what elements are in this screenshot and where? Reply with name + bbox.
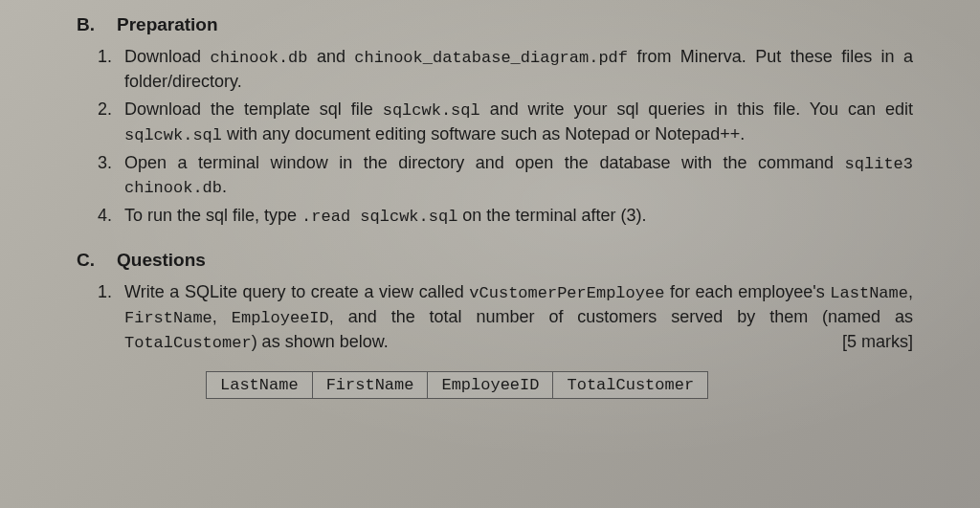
list-item: 1.Write a SQLite query to create a view … [98,280,913,354]
list-number: 1. [98,280,124,354]
list-item: 4.To run the sql file, type .read sqlcwk… [98,204,913,229]
body-text: Download the template sql file [124,99,383,119]
list-content: Download the template sql file sqlcwk.sq… [124,98,913,147]
list-content: Write a SQLite query to create a view ca… [124,280,913,354]
code-text: chinook_database_diagram.pdf [354,49,628,67]
section-b-header: B. Preparation [77,14,913,35]
body-text: for each employee's [664,282,830,301]
body-text: Open a terminal window in the directory … [124,153,845,172]
list-item: 1.Download chinook.db and chinook_databa… [98,45,913,94]
code-text: FirstName [124,309,212,327]
body-text: , [212,307,232,326]
list-number: 2. [98,98,124,147]
code-text: sqlcwk.sql [124,126,222,144]
body-text: Download [124,47,210,66]
body-text: and [308,47,355,66]
section-c-title: Questions [117,250,206,271]
list-content: To run the sql file, type .read sqlcwk.s… [124,204,913,229]
section-c: C. Questions 1.Write a SQLite query to c… [77,250,913,399]
section-b-title: Preparation [117,14,218,35]
marks-label: [5 marks] [842,330,913,354]
body-text: , [908,282,913,301]
section-b: B. Preparation 1.Download chinook.db and… [77,14,913,229]
table-header-cell: TotalCustomer [553,372,708,399]
list-item: 3.Open a terminal window in the director… [98,151,913,201]
preparation-list: 1.Download chinook.db and chinook_databa… [77,45,913,229]
table-header-cell: FirstName [312,372,428,399]
body-text: with any document editing software such … [222,124,745,144]
section-c-letter: C. [77,250,117,271]
code-text: vCustomerPerEmployee [469,284,664,302]
code-text: .read sqlcwk.sql [301,208,457,226]
table-header-row: LastNameFirstNameEmployeeIDTotalCustomer [207,372,708,399]
body-text: Write a SQLite query to create a view ca… [124,282,469,301]
list-number: 4. [98,204,124,229]
section-b-letter: B. [77,14,117,35]
code-text: sqlcwk.sql [383,101,480,120]
body-text: on the terminal after (3). [457,206,646,225]
body-text: ) as shown below. [252,332,389,351]
body-text: , and the total number of customers serv… [329,307,913,326]
body-text: To run the sql file, type [124,206,301,225]
table-container: LastNameFirstNameEmployeeIDTotalCustomer [77,371,913,399]
result-table: LastNameFirstNameEmployeeIDTotalCustomer [206,371,708,399]
list-content: Open a terminal window in the directory … [124,151,913,201]
code-text: TotalCustomer [124,334,252,352]
questions-list: 1.Write a SQLite query to create a view … [77,280,913,354]
table-header-cell: LastName [207,372,313,399]
body-text: and write your sql queries in this file.… [480,99,913,119]
code-text: LastName [830,284,908,302]
code-text: EmployeeID [232,309,329,327]
section-c-header: C. Questions [77,250,913,271]
list-number: 1. [98,45,124,94]
table-header-cell: EmployeeID [428,372,553,399]
list-item: 2.Download the template sql file sqlcwk.… [98,98,913,147]
list-content: Download chinook.db and chinook_database… [124,45,913,94]
code-text: chinook.db [210,49,307,67]
list-number: 3. [98,151,124,201]
body-text: . [222,177,227,196]
